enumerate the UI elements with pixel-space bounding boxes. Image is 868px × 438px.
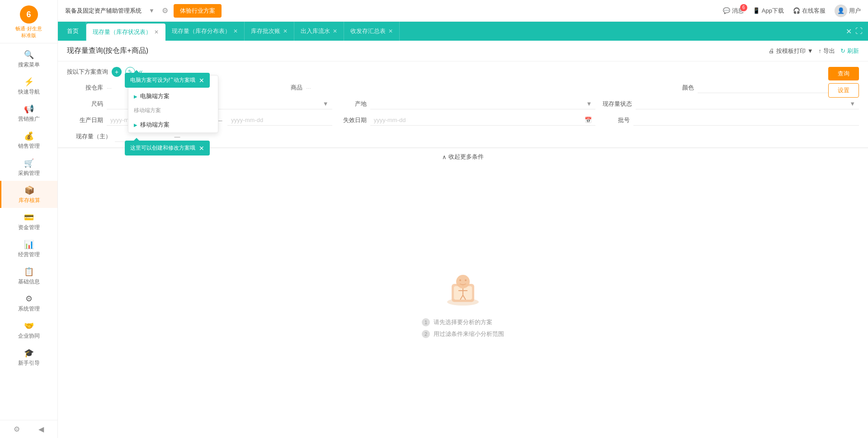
filter-action-buttons: 查询 设置	[828, 67, 859, 98]
tab-inventory-status[interactable]: 现存量（库存状况表） ✕	[86, 24, 165, 41]
scheme-item-pc[interactable]: ▶ 电脑端方案	[128, 89, 218, 104]
tab-batch-ledger[interactable]: 库存批次账 ✕	[245, 22, 294, 41]
sidebar-item-operations[interactable]: 📊 经营管理	[0, 235, 57, 262]
online-support-button[interactable]: 🎧 在线客服	[793, 7, 826, 15]
sidebar-item-guide[interactable]: 🎓 新手引导	[0, 344, 57, 371]
headset-icon: 🎧	[793, 7, 800, 14]
tab-inventory-dist[interactable]: 现存量（库存分布表） ✕	[165, 22, 245, 41]
content-area: 现存量查询(按仓库+商品) 🖨 按模板打印 ▼ ↑ 导出 ↻ 刷新	[58, 41, 868, 438]
scheme-item-label-pc: 电脑端方案	[140, 92, 170, 100]
tab-close-receive-summary[interactable]: ✕	[388, 28, 393, 34]
user-menu[interactable]: 👤 用户	[835, 5, 861, 17]
filter-cell-batch: 批号	[603, 115, 859, 126]
svg-point-4	[459, 279, 461, 281]
batch-label: 批号	[603, 116, 630, 124]
search-button[interactable]: 查询	[828, 67, 859, 80]
filter-cell-origin: 产地 ▼	[340, 99, 596, 109]
trial-button[interactable]: 体验行业方案	[174, 4, 222, 18]
origin-label: 产地	[340, 100, 367, 108]
size-label: 尺码	[76, 100, 103, 108]
scheme-item-mobile[interactable]: ▶ 移动端方案	[128, 117, 218, 132]
operations-nav-icon: 📊	[24, 240, 34, 250]
collapse-button[interactable]: ∧ 收起更多条件	[442, 153, 484, 161]
refresh-icon: ↻	[840, 47, 845, 54]
stock-status-select-arrow-icon: ▼	[849, 100, 855, 107]
scheme-tooltip-1: 电脑方案可设为移动方案哦 ✕	[125, 73, 210, 88]
collapse-sidebar-icon[interactable]: ◀	[38, 425, 44, 433]
tab-close-inventory-status[interactable]: ✕	[154, 29, 159, 35]
stock-status-select[interactable]: ▼	[636, 99, 859, 109]
tab-close-all-icon[interactable]: ✕	[846, 27, 852, 36]
page-content: 现存量查询(按仓库+商品) 🖨 按模板打印 ▼ ↑ 导出 ↻ 刷新	[58, 41, 868, 438]
tab-close-batch-ledger[interactable]: ✕	[283, 28, 288, 34]
export-button[interactable]: ↑ 导出	[819, 47, 835, 55]
sidebar-item-sales[interactable]: 💰 销售管理	[0, 127, 57, 154]
tab-in-out-flow[interactable]: 出入库流水 ✕	[294, 22, 344, 41]
sidebar-item-inventory[interactable]: 📦 库存核算	[0, 181, 57, 208]
dropdown-arrow-icon: ▼	[149, 7, 155, 14]
exp-date-start-input[interactable]	[374, 117, 583, 123]
empty-state: 1 请先选择要分析的方案 2 用过滤条件来缩小分析范围	[58, 165, 868, 438]
tab-receive-summary[interactable]: 收发存汇总表 ✕	[344, 22, 400, 41]
filter-area: 按以下方案查询 + ✎ « 电脑方案可设为移动方案哦 ✕ 电脑端方案 ▶ 电脑端…	[58, 61, 868, 148]
scheme-arrow-mobile-icon: ▶	[134, 122, 137, 127]
warehouse-dots[interactable]: ···	[107, 85, 112, 91]
color-label: 颜色	[667, 84, 694, 92]
sidebar-item-basic[interactable]: 📋 基础信息	[0, 262, 57, 289]
origin-select[interactable]: ▼	[370, 99, 596, 109]
warehouse-label: 按仓库	[76, 84, 103, 92]
batch-input[interactable]	[633, 115, 859, 126]
sidebar-item-finance[interactable]: 💳 资金管理	[0, 208, 57, 235]
print-button[interactable]: 🖨 按模板打印 ▼	[769, 47, 813, 55]
exp-date-label: 失效日期	[340, 116, 367, 124]
scheme-group-mobile-title: 移动端方案	[128, 104, 218, 117]
tooltip2-close-button[interactable]: ✕	[199, 145, 204, 152]
sidebar-item-system[interactable]: ⚙ 系统管理	[0, 289, 57, 316]
page-actions: 🖨 按模板打印 ▼ ↑ 导出 ↻ 刷新	[769, 47, 859, 55]
message-icon: 💬	[723, 7, 730, 14]
goods-dots[interactable]: ···	[306, 85, 311, 91]
sidebar-item-marketing[interactable]: 📢 营销推广	[0, 99, 57, 127]
origin-select-arrow-icon: ▼	[586, 100, 592, 107]
tip-num-2: 2	[422, 330, 430, 338]
tab-bar: 首页 现存量（库存状况表） ✕ 现存量（库存分布表） ✕ 库存批次账 ✕ 出入库…	[58, 22, 868, 41]
sidebar: 6 畅通·好生意 标准版 🔍 搜索菜单 ⚡ 快速导航 📢 营销推广 💰 销售管理…	[0, 0, 58, 438]
page-header: 现存量查询(按仓库+商品) 🖨 按模板打印 ▼ ↑ 导出 ↻ 刷新	[58, 41, 868, 61]
app-download-button[interactable]: 📱 App下载	[753, 7, 784, 15]
mobile-icon: 📱	[753, 7, 760, 14]
exp-date-calendar-icon[interactable]: 📅	[585, 117, 592, 123]
sales-nav-icon: 💰	[24, 131, 34, 141]
sidebar-item-quick[interactable]: ⚡ 快速导航	[0, 72, 57, 99]
finance-nav-icon: 💳	[24, 212, 34, 222]
basic-nav-icon: 📋	[24, 267, 34, 277]
tab-close-inventory-dist[interactable]: ✕	[233, 28, 238, 34]
tooltip1-close-button[interactable]: ✕	[199, 77, 204, 84]
header-settings-icon[interactable]: ⚙	[162, 6, 168, 15]
messages-button[interactable]: 💬 6 消息	[723, 7, 744, 15]
prod-date-end	[227, 115, 332, 126]
app-logo: 6 畅通·好生意 标准版	[0, 0, 57, 43]
system-title: 装备及固定资产辅助管理系统	[65, 7, 142, 15]
empty-illustration	[440, 266, 486, 311]
sidebar-item-search[interactable]: 🔍 搜索菜单	[0, 45, 57, 72]
print-dropdown-icon: ▼	[807, 47, 813, 54]
filter-label: 按以下方案查询	[67, 68, 108, 76]
scheme-tooltip-2: 这里可以创建和修改方案哦 ✕	[125, 141, 210, 155]
prod-date-end-input[interactable]	[231, 117, 328, 123]
tab-close-in-out-flow[interactable]: ✕	[333, 28, 337, 34]
tab-home[interactable]: 首页	[60, 22, 86, 41]
avatar: 👤	[835, 5, 847, 17]
settings-bottom-icon[interactable]: ⚙	[14, 425, 20, 433]
header-left: 装备及固定资产辅助管理系统 ▼ ⚙ 体验行业方案	[65, 4, 222, 18]
tab-fullscreen-icon[interactable]: ⛶	[855, 27, 863, 35]
sidebar-nav: 🔍 搜索菜单 ⚡ 快速导航 📢 营销推广 💰 销售管理 🛒 采购管理 📦 库存核…	[0, 43, 57, 420]
scheme-item-label-mobile: 移动端方案	[140, 121, 170, 129]
sidebar-item-purchase[interactable]: 🛒 采购管理	[0, 154, 57, 181]
sidebar-item-enterprise[interactable]: 🤝 企业协同	[0, 316, 57, 344]
collapse-up-icon: ∧	[442, 154, 447, 160]
refresh-button[interactable]: ↻ 刷新	[840, 47, 859, 55]
reset-button[interactable]: 设置	[828, 83, 859, 98]
highlight-dot	[169, 79, 174, 83]
add-scheme-button[interactable]: +	[112, 67, 122, 77]
svg-point-5	[465, 279, 467, 281]
